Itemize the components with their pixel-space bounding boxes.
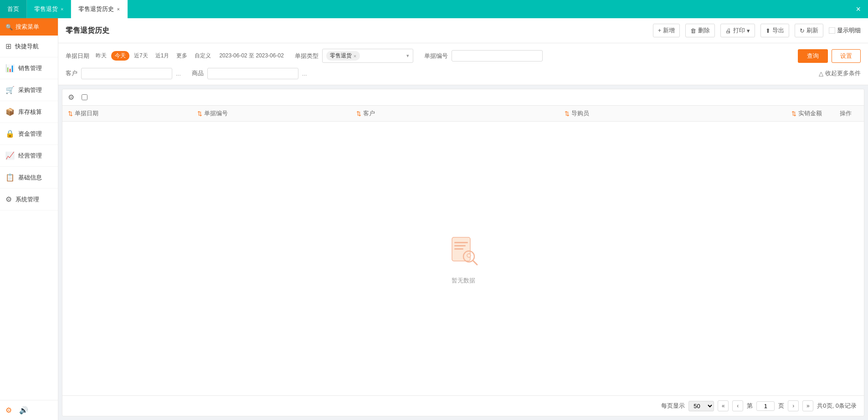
sidebar-item-basic-info[interactable]: 📋 基础信息 <box>0 167 58 189</box>
page-next-button[interactable]: › <box>788 400 799 411</box>
bill-type-select[interactable]: 零售退货 × ▾ <box>322 49 413 63</box>
goods-input[interactable] <box>207 68 298 79</box>
page-total: 共0页, 0条记录 <box>817 402 857 410</box>
filter-row-2: 客户 ... 商品 ... △ 收起更多条件 <box>66 67 861 79</box>
page-last-button[interactable]: » <box>802 400 813 411</box>
sidebar-item-business[interactable]: 📈 经营管理 <box>0 145 58 167</box>
sidebar-item-basic-info-label: 基础信息 <box>18 174 42 182</box>
date-range-display: 2023-06-02 至 2023-06-02 <box>219 52 283 60</box>
inventory-icon: 📦 <box>5 108 15 116</box>
sidebar-search[interactable]: 🔍 搜索菜单 <box>0 18 58 36</box>
sidebar-item-inventory[interactable]: 📦 库存核算 <box>0 101 58 123</box>
th-guide[interactable]: ⇅ 导购员 <box>559 109 718 118</box>
th-guide-sort-icon: ⇅ <box>565 110 570 117</box>
th-amount-label: 实销金额 <box>798 109 822 118</box>
collapse-label: 收起更多条件 <box>825 69 861 77</box>
sidebar-item-purchase-mgmt[interactable]: 🛒 采购管理 <box>0 79 58 101</box>
bill-type-tag-close[interactable]: × <box>354 53 356 59</box>
date-btn-more[interactable]: 更多 <box>174 51 190 61</box>
tab-retail-return-history[interactable]: 零售退货历史 × <box>71 0 127 18</box>
th-billno[interactable]: ⇅ 单据编号 <box>192 109 351 118</box>
svg-rect-1 <box>454 242 468 243</box>
tab-retail-return-label: 零售退货 <box>34 5 58 13</box>
refresh-button[interactable]: ↻ 刷新 <box>795 24 823 37</box>
sidebar-item-inventory-label: 库存核算 <box>18 108 42 116</box>
tab-retail-return-history-label: 零售退货历史 <box>78 5 114 13</box>
empty-text: 暂无数据 <box>452 277 475 285</box>
purchase-mgmt-icon: 🛒 <box>5 86 15 94</box>
quick-nav-icon: ⊞ <box>5 42 11 51</box>
refresh-label: 刷新 <box>806 26 818 35</box>
display-checkbox[interactable] <box>829 27 835 34</box>
bill-no-input[interactable] <box>452 50 543 61</box>
th-amount[interactable]: ⇅ 实销金额 <box>718 109 827 118</box>
new-button[interactable]: + 新增 <box>653 24 680 37</box>
filter-area: 单据日期 昨天 今天 近7天 近1月 更多 自定义 2023-06-02 至 2… <box>58 43 868 85</box>
goods-dots[interactable]: ... <box>302 70 307 77</box>
th-date[interactable]: ⇅ 单据日期 <box>62 109 192 118</box>
print-button[interactable]: 🖨 打印 ▾ <box>720 24 755 37</box>
table-header: ⇅ 单据日期 ⇅ 单据编号 ⇅ 客户 ⇅ 导购员 ⇅ 实销金额 <box>62 106 864 122</box>
query-button[interactable]: 查询 <box>798 49 828 63</box>
date-btn-7days[interactable]: 近7天 <box>131 51 151 61</box>
select-all-checkbox[interactable] <box>82 94 87 100</box>
tab-retail-return-history-close[interactable]: × <box>117 6 119 12</box>
th-customer[interactable]: ⇅ 客户 <box>351 109 559 118</box>
page-header: 零售退货历史 + 新增 🗑 删除 🖨 打印 ▾ ⬆ 导出 ↻ <box>58 18 868 43</box>
empty-icon <box>445 233 482 269</box>
page-prev-button[interactable]: ‹ <box>732 400 743 411</box>
page-first-button[interactable]: « <box>718 400 729 411</box>
filter-row-1: 单据日期 昨天 今天 近7天 近1月 更多 自定义 2023-06-02 至 2… <box>66 49 861 63</box>
sidebar-search-label: 搜索菜单 <box>15 23 39 31</box>
tab-home-label: 首页 <box>7 5 19 13</box>
date-btn-1month[interactable]: 近1月 <box>153 51 172 61</box>
main-layout: 🔍 搜索菜单 ⊞ 快捷导航 📊 销售管理 🛒 采购管理 📦 库存核算 🔒 资金管… <box>0 18 868 420</box>
customer-dots[interactable]: ... <box>176 70 181 77</box>
refresh-icon: ↻ <box>800 27 805 34</box>
content-area: 零售退货历史 + 新增 🗑 删除 🖨 打印 ▾ ⬆ 导出 ↻ <box>58 18 868 420</box>
finance-icon: 🔒 <box>5 129 15 138</box>
th-guide-label: 导购员 <box>571 109 589 118</box>
svg-rect-2 <box>454 245 466 246</box>
sidebar-item-system[interactable]: ⚙ 系统管理 <box>0 189 58 210</box>
display-toggle[interactable]: 显示明细 <box>829 26 861 35</box>
bill-type-tag: 零售退货 × <box>326 51 360 61</box>
sidebar-item-sales-mgmt[interactable]: 📊 销售管理 <box>0 57 58 79</box>
per-page-select[interactable]: 50 10 20 100 <box>688 401 714 411</box>
tab-home[interactable]: 首页 <box>0 0 27 18</box>
sidebar-item-sales-label: 销售管理 <box>18 64 42 72</box>
delete-button[interactable]: 🗑 删除 <box>685 24 715 37</box>
date-filter-label: 单据日期 <box>66 52 89 60</box>
speaker-bottom-icon[interactable]: 🔊 <box>19 406 28 415</box>
app-close-button[interactable]: × <box>848 5 868 14</box>
sidebar-item-purchase-label: 采购管理 <box>18 86 42 94</box>
th-actions-label: 操作 <box>840 109 852 118</box>
settings-bottom-icon[interactable]: ⚙ <box>5 406 12 415</box>
export-button[interactable]: ⬆ 导出 <box>760 24 789 37</box>
page-label: 页 <box>778 402 784 410</box>
page-title: 零售退货历史 <box>66 26 109 36</box>
table-settings-icon[interactable]: ⚙ <box>68 93 74 102</box>
th-billno-sort-icon: ⇅ <box>197 110 202 117</box>
basic-info-icon: 📋 <box>5 173 15 182</box>
svg-point-6 <box>467 254 471 257</box>
date-btn-yesterday[interactable]: 昨天 <box>93 51 109 61</box>
tab-retail-return-close[interactable]: × <box>61 6 63 12</box>
th-customer-sort-icon: ⇅ <box>356 110 361 117</box>
page-ji-label: 第 <box>747 402 753 410</box>
th-actions: 操作 <box>827 109 864 118</box>
setting-button[interactable]: 设置 <box>832 49 861 63</box>
date-btn-today[interactable]: 今天 <box>111 51 129 61</box>
date-btn-custom[interactable]: 自定义 <box>192 51 214 61</box>
customer-input[interactable] <box>81 68 172 79</box>
collapse-button[interactable]: △ 收起更多条件 <box>819 67 861 79</box>
tab-retail-return[interactable]: 零售退货 × <box>27 0 71 18</box>
sidebar-item-finance[interactable]: 🔒 资金管理 <box>0 123 58 145</box>
filter-date-item: 单据日期 昨天 今天 近7天 近1月 更多 自定义 2023-06-02 至 2… <box>66 51 284 61</box>
page-input[interactable] <box>756 401 775 411</box>
delete-label: 删除 <box>698 26 710 35</box>
pagination: 每页显示 50 10 20 100 « ‹ 第 页 › » 共0页, 0条记录 <box>62 395 864 416</box>
sidebar-item-quick-nav[interactable]: ⊞ 快捷导航 <box>0 36 58 57</box>
sidebar-item-business-label: 经营管理 <box>18 152 42 160</box>
sidebar-item-quick-nav-label: 快捷导航 <box>15 42 39 51</box>
